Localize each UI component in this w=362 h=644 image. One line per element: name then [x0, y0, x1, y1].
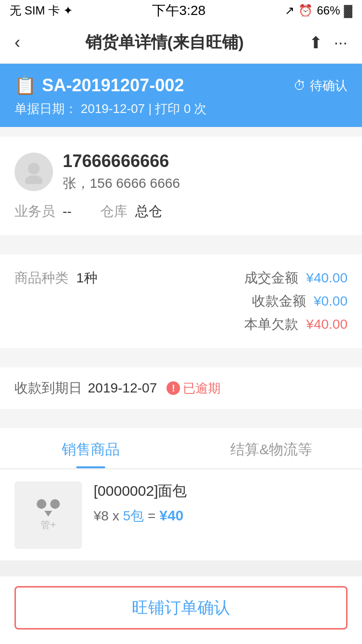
product-thumbnail: 管+ [14, 481, 82, 549]
quantity: 5包 [123, 508, 144, 523]
warehouse-value: 总仓 [135, 204, 162, 219]
price-label: ¥8 x [94, 508, 123, 523]
sim-label: 无 SIM 卡 ✦ [10, 3, 73, 18]
owl-brand-text: 管+ [41, 518, 56, 532]
back-button[interactable]: ‹ [14, 32, 20, 53]
owl-eyes [37, 499, 60, 509]
type-label: 商品种类 [14, 269, 69, 287]
overdue-badge: ! 已逾期 [167, 380, 221, 397]
order-icon: 📋 [14, 75, 36, 96]
svg-point-1 [25, 175, 42, 184]
page-title: 销货单详情(来自旺铺) [85, 31, 244, 54]
owl-eye-left [37, 499, 46, 509]
product-price: ¥8 x 5包 = ¥40 [94, 507, 348, 525]
order-header: 📋 SA-20191207-002 ⏱ 待确认 单据日期： 2019-12-07… [0, 64, 362, 127]
meta-separator: | [148, 101, 155, 116]
due-date-label: 收款到期日 [14, 379, 82, 397]
summary-card: 商品种类 1种 成交金额 ¥40.00 收款金额 ¥0.00 本单欠款 ¥40.… [0, 254, 362, 348]
share-button[interactable]: ⬆ [309, 33, 322, 52]
warehouse-label: 仓库 [100, 204, 127, 219]
receive-amount: ¥0.00 [314, 294, 348, 309]
owed-amount: ¥40.00 [306, 317, 348, 332]
type-value: 1种 [76, 269, 97, 287]
meta-date-label: 单据日期： [14, 101, 77, 116]
owl-eye-right [50, 499, 60, 509]
status-left: 无 SIM 卡 ✦ [10, 3, 73, 18]
owl-beak [44, 511, 52, 517]
amounts: 成交金额 ¥40.00 收款金额 ¥0.00 本单欠款 ¥40.00 [244, 269, 348, 334]
alarm-icon: ⏰ [298, 4, 313, 17]
status-text: 待确认 [310, 77, 348, 94]
avatar [14, 153, 53, 191]
status-clock-icon: ⏱ [293, 78, 306, 93]
confirm-button[interactable]: 旺铺订单确认 [14, 586, 348, 630]
nav-actions: ⬆ ··· [309, 33, 348, 52]
warehouse-item: 仓库 总仓 [100, 202, 162, 221]
overdue-icon: ! [167, 381, 180, 395]
receive-label: 收款金额 [252, 292, 306, 310]
more-button[interactable]: ··· [334, 33, 348, 52]
tab-settlement[interactable]: 结算&物流等 [181, 428, 362, 468]
divider-3 [0, 409, 362, 419]
customer-info-block: 17666666666 张，156 6666 6666 [63, 151, 180, 193]
price-separator: = [148, 508, 159, 523]
salesman-label: 业务员 [14, 204, 55, 219]
customer-details: 业务员 -- 仓库 总仓 [14, 202, 348, 221]
customer-top: 17666666666 张，156 6666 6666 [14, 151, 348, 193]
print-unit: 次 [194, 101, 207, 116]
tabs-bar: 销售商品 结算&物流等 [0, 428, 362, 469]
status-bar: 无 SIM 卡 ✦ 下午3:28 ↗ ⏰ 66% ▓ [0, 0, 362, 21]
price-total: ¥40 [159, 507, 183, 523]
product-name: [0000002]面包 [94, 481, 348, 501]
confirm-button-wrap: 旺铺订单确认 [0, 576, 362, 644]
salesman-value: -- [63, 204, 72, 219]
nav-bar: ‹ 销货单详情(来自旺铺) ⬆ ··· [0, 21, 362, 64]
deal-amount-row: 成交金额 ¥40.00 [244, 269, 348, 287]
product-info: [0000002]面包 ¥8 x 5包 = ¥40 [94, 481, 348, 525]
order-header-top: 📋 SA-20191207-002 ⏱ 待确认 [14, 75, 348, 96]
deal-label: 成交金额 [244, 269, 298, 287]
customer-card: 17666666666 张，156 6666 6666 业务员 -- 仓库 总仓 [0, 137, 362, 235]
tab-products[interactable]: 销售商品 [0, 428, 181, 468]
battery-label: 66% [317, 4, 340, 17]
receive-amount-row: 收款金额 ¥0.00 [252, 292, 348, 310]
location-icon: ↗ [285, 4, 294, 17]
product-thumb-inner: 管+ [14, 481, 82, 549]
overdue-label: 已逾期 [183, 380, 221, 397]
product-type: 商品种类 1种 [14, 269, 97, 287]
print-count: 0 [184, 101, 191, 116]
due-date-value: 2019-12-07 [88, 380, 157, 396]
meta-date-value: 2019-12-07 [81, 101, 145, 116]
divider-1 [0, 235, 362, 245]
divider-2 [0, 348, 362, 358]
battery-icon: ▓ [344, 4, 353, 17]
svg-point-0 [28, 163, 40, 174]
customer-phone: 17666666666 [63, 151, 180, 171]
status-right: ↗ ⏰ 66% ▓ [285, 4, 352, 17]
owed-amount-row: 本单欠款 ¥40.00 [244, 315, 348, 334]
owl-logo [37, 499, 60, 517]
order-id: 📋 SA-20191207-002 [14, 75, 184, 96]
deal-amount: ¥40.00 [306, 270, 348, 286]
status-time: 下午3:28 [152, 1, 206, 20]
tab-products-label: 销售商品 [62, 441, 120, 457]
order-id-text: SA-20191207-002 [42, 75, 184, 96]
owed-label: 本单欠款 [244, 315, 298, 334]
salesman-item: 业务员 -- [14, 202, 71, 221]
order-status: ⏱ 待确认 [293, 77, 348, 94]
print-label: 打印 [155, 101, 180, 116]
due-date-card: 收款到期日 2019-12-07 ! 已逾期 [0, 367, 362, 409]
product-card: 管+ [0000002]面包 ¥8 x 5包 = ¥40 [0, 470, 362, 560]
customer-name: 张，156 6666 6666 [63, 174, 180, 193]
order-meta: 单据日期： 2019-12-07 | 打印 0 次 [14, 100, 348, 117]
tab-settlement-label: 结算&物流等 [230, 441, 312, 457]
